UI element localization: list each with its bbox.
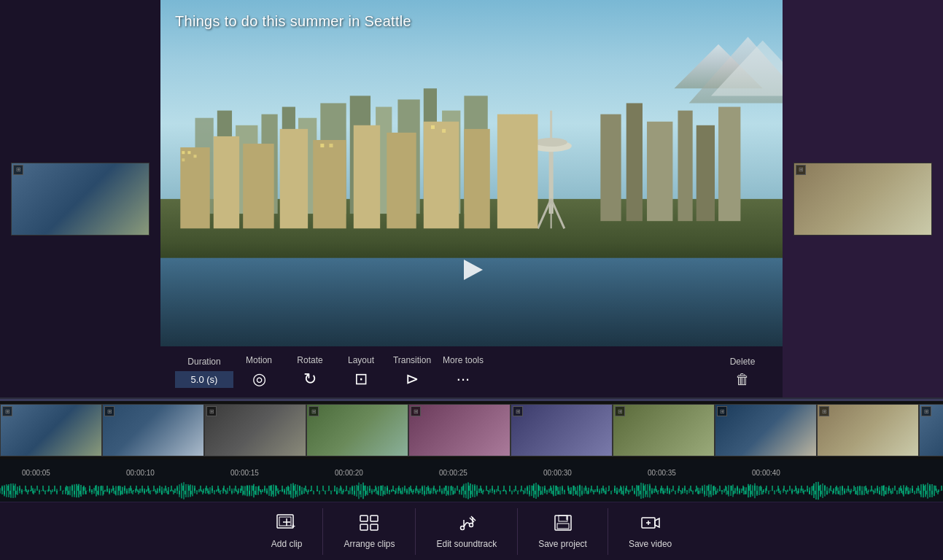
svg-rect-72	[566, 516, 568, 520]
more-tools-label: More tools	[443, 355, 484, 365]
svg-rect-59	[360, 516, 368, 521]
timestamp-4: 00:00:20	[335, 469, 363, 477]
play-icon	[464, 260, 483, 280]
rotate-label: Rotate	[297, 355, 322, 365]
film-icon-5: ⊞	[411, 406, 421, 416]
left-sidebar: ⊞	[0, 0, 160, 397]
timestamp-8: 00:00:40	[752, 469, 780, 477]
save-video-button[interactable]: Save video	[608, 508, 692, 555]
film-icon-1: ⊞	[2, 406, 12, 416]
layout-icon: ⊡	[354, 370, 368, 389]
right-preview-thumb: ⊞	[793, 163, 932, 236]
svg-rect-62	[370, 524, 378, 530]
save-video-icon	[640, 514, 661, 536]
filmstrip-item-2[interactable]: ⊞	[102, 404, 204, 456]
video-preview-container: Things to do this summer in Seattle Dura…	[160, 0, 783, 397]
motion-label: Motion	[246, 355, 272, 365]
timestamp-7: 00:00:35	[648, 469, 676, 477]
timeline-ruler: 00:00:05 00:00:10 00:00:15 00:00:20 00:0…	[0, 459, 943, 480]
more-tools-icon: ···	[457, 370, 470, 389]
film-icon-7: ⊞	[615, 406, 625, 416]
edit-soundtrack-button[interactable]: Edit soundtrack	[416, 508, 518, 555]
right-sidebar: ⊞	[783, 0, 943, 397]
film-icon-4: ⊞	[308, 406, 319, 416]
arrange-clips-button[interactable]: Arrange clips	[323, 508, 416, 555]
film-icon-8: ⊞	[717, 406, 727, 416]
filmstrip-item-1[interactable]: ⊞	[0, 404, 102, 456]
add-clip-icon: +	[276, 514, 297, 536]
svg-text:+: +	[291, 522, 295, 530]
transition-icon: ⊳	[405, 370, 419, 389]
add-clip-label: Add clip	[271, 539, 303, 549]
film-corner-icon: ⊞	[13, 165, 23, 175]
timestamp-1: 00:00:05	[22, 469, 50, 477]
editing-toolbar: Duration Motion ◎ Rotate ↻ Layout ⊡ Tran…	[160, 346, 783, 397]
film-icon-6: ⊞	[513, 406, 523, 416]
audio-waveform: (function() { var c = document.getElemen…	[0, 480, 943, 502]
delete-label: Delete	[730, 357, 756, 367]
more-tools[interactable]: More tools ···	[438, 355, 489, 389]
delete-tool[interactable]: Delete 🗑	[717, 357, 768, 388]
filmstrip-item-10[interactable]: ⊞	[919, 404, 943, 456]
bottom-toolbar: + Add clip Arrange clips	[0, 502, 943, 560]
svg-rect-60	[370, 516, 378, 521]
transition-tool[interactable]: Transition ⊳	[387, 355, 438, 389]
svg-rect-61	[360, 524, 368, 530]
save-project-button[interactable]: Save project	[518, 508, 608, 555]
ruler-marks: 00:00:05 00:00:10 00:00:15 00:00:20 00:0…	[0, 459, 943, 480]
film-icon-9: ⊞	[819, 406, 829, 416]
svg-marker-74	[655, 518, 659, 527]
video-title: Things to do this summer in Seattle	[175, 13, 411, 30]
arrange-clips-icon	[359, 514, 379, 536]
edit-soundtrack-label: Edit soundtrack	[436, 539, 497, 549]
filmstrip-item-6[interactable]: ⊞	[511, 404, 613, 456]
film-corner-icon-right: ⊞	[796, 165, 806, 175]
filmstrip-item-3[interactable]: ⊞	[204, 404, 306, 456]
filmstrip-item-4[interactable]: ⊞	[306, 404, 408, 456]
filmstrip-item-9[interactable]: ⊞	[817, 404, 919, 456]
layout-label: Layout	[348, 355, 374, 365]
rotate-tool[interactable]: Rotate ↻	[284, 355, 335, 389]
delete-icon: 🗑	[735, 371, 750, 388]
video-preview: Things to do this summer in Seattle	[160, 0, 783, 346]
timestamp-3: 00:00:15	[230, 469, 259, 477]
motion-tool[interactable]: Motion ◎	[233, 355, 284, 389]
svg-rect-55	[279, 517, 291, 526]
duration-input[interactable]	[175, 371, 233, 388]
transition-label: Transition	[393, 355, 431, 365]
film-icon-2: ⊞	[104, 406, 115, 416]
timestamp-5: 00:00:25	[439, 469, 467, 477]
edit-soundtrack-icon	[457, 514, 477, 536]
svg-rect-50	[160, 0, 783, 346]
rotate-icon: ↻	[303, 370, 317, 389]
film-icon-3: ⊞	[206, 406, 217, 416]
timeline-section: ⊞ ⊞ ⊞ ⊞ ⊞ ⊞	[0, 397, 943, 502]
filmstrip-item-8[interactable]: ⊞	[715, 404, 817, 456]
timestamp-6: 00:00:30	[543, 469, 572, 477]
svg-rect-71	[557, 524, 569, 529]
left-preview-thumb: ⊞	[11, 163, 150, 236]
save-project-icon	[553, 514, 573, 536]
filmstrip-item-5[interactable]: ⊞	[408, 404, 511, 456]
save-video-label: Save video	[629, 539, 672, 549]
add-clip-button[interactable]: + Add clip	[251, 508, 324, 555]
filmstrip: ⊞ ⊞ ⊞ ⊞ ⊞ ⊞	[0, 401, 943, 459]
duration-label: Duration	[187, 357, 220, 367]
save-project-label: Save project	[538, 539, 587, 549]
duration-tool[interactable]: Duration	[175, 357, 233, 388]
timestamp-2: 00:00:10	[126, 469, 155, 477]
filmstrip-item-7[interactable]: ⊞	[613, 404, 715, 456]
motion-icon: ◎	[252, 370, 266, 389]
layout-tool[interactable]: Layout ⊡	[335, 355, 387, 389]
arrange-clips-label: Arrange clips	[344, 539, 395, 549]
play-button[interactable]	[454, 252, 490, 288]
film-icon-10: ⊞	[921, 406, 931, 416]
